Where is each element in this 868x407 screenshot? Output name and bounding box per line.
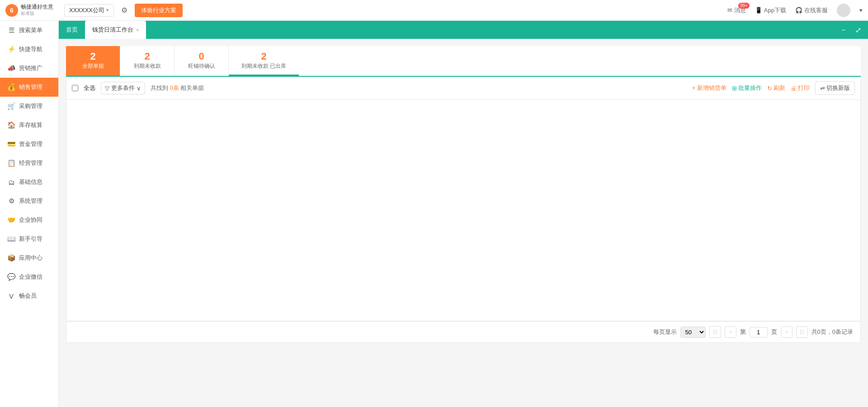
try-industry-button[interactable]: 体验行业方案 <box>135 4 183 17</box>
sidebar-item-purchase[interactable]: 🛒 采购管理 <box>0 97 58 116</box>
sidebar-item-finance[interactable]: 💳 资金管理 <box>0 135 58 154</box>
prev-page-button[interactable]: ＜ <box>725 326 736 338</box>
page-total: 共0页，0条记录 <box>811 328 853 336</box>
online-service-button[interactable]: 🎧 在线客服 <box>795 6 828 14</box>
filter-button[interactable]: ▽ 更多条件 ∨ <box>101 82 145 94</box>
batch-operation-button[interactable]: ⊞ 批量操作 <box>732 84 762 92</box>
user-menu[interactable]: ▾ <box>859 7 863 14</box>
minimize-button[interactable]: － <box>837 23 850 36</box>
user-avatar[interactable] <box>837 4 850 17</box>
stat-tab-all[interactable]: 2 全部单据 <box>66 46 120 76</box>
sidebar-item-label: 销售管理 <box>19 83 42 91</box>
tab-bar: 首页 钱货日清工作台 × － ⤢ <box>59 21 868 39</box>
found-text: 共找到 0条 相关单据 <box>151 84 204 92</box>
tab-home[interactable]: 首页 <box>59 21 85 39</box>
stat-pending-label: 旺铺待确认 <box>188 63 215 69</box>
sidebar-item-search[interactable]: ☰ 搜索菜单 <box>0 21 58 40</box>
sidebar-item-label: 企业协同 <box>19 216 42 224</box>
close-tab-icon[interactable]: × <box>136 27 139 33</box>
sidebar-item-label: 新手引导 <box>19 235 42 243</box>
sidebar-item-label: 搜索菜单 <box>19 26 42 34</box>
inventory-icon: 🏠 <box>7 121 15 129</box>
app-download-button[interactable]: 📱 App下载 <box>755 6 786 14</box>
collab-icon: 🤝 <box>7 216 15 224</box>
sidebar-item-label: 经营管理 <box>19 159 42 167</box>
tab-daily-work[interactable]: 钱货日清工作台 × <box>85 21 146 39</box>
sidebar-item-enterprise-wechat[interactable]: 💬 企业微信 <box>0 267 58 286</box>
guide-icon: 📖 <box>7 235 15 243</box>
print-button[interactable]: 🖨 打印 <box>791 84 810 92</box>
stat-overdue-label: 到期未收款 <box>134 63 161 69</box>
wechat-icon: 💬 <box>7 273 15 281</box>
app-version: 标准版 <box>21 10 53 17</box>
dropdown-arrow-icon: ▾ <box>106 7 109 13</box>
sidebar-item-base-info[interactable]: 🗂 基础信息 <box>0 173 58 192</box>
download-icon: 📱 <box>755 7 762 14</box>
app-name: 畅捷通好生意 <box>21 4 53 11</box>
header-right: ✉ 消息 99+ 📱 App下载 🎧 在线客服 ▾ <box>727 4 863 17</box>
sidebar-item-label: 资金管理 <box>19 140 42 148</box>
purchase-icon: 🛒 <box>7 102 15 110</box>
sidebar-item-label: 快捷导航 <box>19 45 42 53</box>
base-info-icon: 🗂 <box>7 178 15 186</box>
sidebar-item-marketing[interactable]: 📣 营销推广 <box>0 59 58 78</box>
app-logo-icon: 6 <box>5 4 18 17</box>
first-page-button[interactable]: ⟨⟨ <box>709 326 721 338</box>
stat-shipped-num: 2 <box>241 51 286 62</box>
filter-dropdown-icon: ∨ <box>137 85 141 92</box>
stat-tab-shipped[interactable]: 2 到期未收款 已出库 <box>229 46 299 76</box>
member-icon: V <box>7 292 15 300</box>
refresh-button[interactable]: ↻ 刷新 <box>767 84 785 92</box>
sales-icon: 💰 <box>7 83 15 91</box>
sidebar-item-label: 应用中心 <box>19 254 42 262</box>
tab-daily-work-label: 钱货日清工作台 <box>92 26 133 34</box>
minus-icon: － <box>840 25 847 35</box>
sidebar-item-member[interactable]: V 畅会员 <box>0 286 58 305</box>
page-number-input[interactable] <box>750 327 768 337</box>
select-all-checkbox[interactable] <box>72 85 78 91</box>
sidebar-item-label: 营销推广 <box>19 64 42 72</box>
expand-icon: ⤢ <box>855 26 861 34</box>
filter-label: 更多条件 <box>111 84 135 92</box>
settings-button[interactable]: ⚙ <box>118 4 131 17</box>
refresh-icon: ↻ <box>767 85 772 92</box>
batch-icon: ⊞ <box>732 85 737 92</box>
switch-version-button[interactable]: ⇌ 切换新版 <box>815 81 855 95</box>
sidebar-item-operations[interactable]: 📋 经营管理 <box>0 154 58 173</box>
next-page-button[interactable]: ＞ <box>781 326 793 338</box>
filter-icon: ▽ <box>105 85 109 92</box>
sidebar-item-enterprise-collab[interactable]: 🤝 企业协同 <box>0 211 58 229</box>
stat-overdue-num: 2 <box>133 51 161 62</box>
app-center-icon: 📦 <box>7 254 15 262</box>
gear-icon: ⚙ <box>121 6 127 14</box>
sidebar-item-system[interactable]: ⚙ 系统管理 <box>0 192 58 211</box>
sidebar-item-inventory[interactable]: 🏠 库存核算 <box>0 116 58 135</box>
tab-home-label: 首页 <box>66 26 78 34</box>
service-icon: 🎧 <box>795 7 802 14</box>
stat-all-num: 2 <box>79 51 107 62</box>
sidebar-item-guide[interactable]: 📖 新手引导 <box>0 229 58 248</box>
message-button[interactable]: ✉ 消息 99+ <box>727 6 746 14</box>
page-label: 第 <box>740 328 746 336</box>
switch-icon: ⇌ <box>820 85 825 92</box>
sidebar-item-quick-nav[interactable]: ⚡ 快捷导航 <box>0 40 58 59</box>
sidebar-item-label: 基础信息 <box>19 178 42 186</box>
per-page-select[interactable]: 50 100 200 <box>680 327 706 338</box>
quick-nav-icon: ⚡ <box>7 45 15 53</box>
search-menu-icon: ☰ <box>7 26 15 34</box>
sidebar-item-sales[interactable]: 💰 销售管理 <box>0 78 58 97</box>
user-dropdown-icon: ▾ <box>859 7 863 14</box>
stat-tab-overdue[interactable]: 2 到期未收款 <box>120 46 175 76</box>
stat-tab-pending[interactable]: 0 旺铺待确认 <box>175 46 229 76</box>
sidebar-item-app-center[interactable]: 📦 应用中心 <box>0 248 58 267</box>
table-area <box>66 100 861 321</box>
last-page-button[interactable]: ⟩⟩ <box>796 326 808 338</box>
marketing-icon: 📣 <box>7 64 15 72</box>
logo-area: 6 畅捷通好生意 标准版 <box>5 4 64 17</box>
sidebar-item-label: 采购管理 <box>19 102 42 110</box>
company-selector[interactable]: XXXXXX公司 ▾ <box>64 4 114 17</box>
operations-icon: 📋 <box>7 159 15 167</box>
toolbar-right: + 新增销货单 ⊞ 批量操作 ↻ 刷新 🖨 打印 ⇌ 切换新版 <box>692 81 855 95</box>
add-order-button[interactable]: + 新增销货单 <box>692 84 726 92</box>
maximize-button[interactable]: ⤢ <box>852 23 864 36</box>
